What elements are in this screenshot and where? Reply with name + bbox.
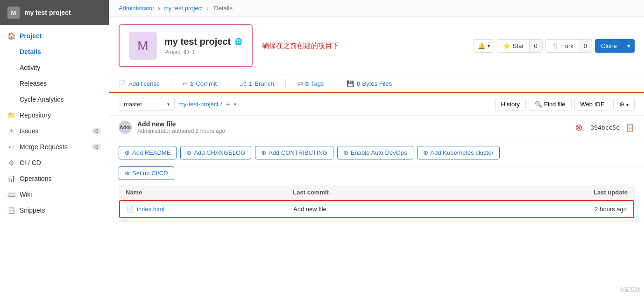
file-name-cell[interactable]: 📄 index.html [127,206,293,213]
history-button[interactable]: History [495,98,526,111]
commits-icon: ↩ [183,80,188,87]
sidebar-operations-label: Operations [20,175,51,182]
divider4 [335,79,335,88]
tags-count: 0 [305,80,309,87]
project-header: M my test project 🌐 Project ID: 1 确保在之前创… [109,17,644,75]
fork-count[interactable]: 0 [579,39,592,53]
notification-button[interactable]: 🔔 ▾ [474,39,494,53]
stats-bar: 📄 Add license ↩ 1 Commit ⎇ 1 Branch 🏷 0 … [109,75,644,93]
add-changelog-button[interactable]: ⊕ Add CHANGELOG [180,146,251,159]
file-last-update: 2 hours ago [460,206,627,213]
table-row: 📄 index.html Add new file 2 hours ago [119,200,634,218]
bytes-label: Bytes Files [362,80,392,87]
toolbar: master ▾ my-test-project / + ▾ History 🔍… [109,93,644,116]
commit-author: Administrator [137,128,170,134]
commit-avatar: Adm [119,121,132,134]
project-id: Project ID: 1 [164,49,242,55]
fork-label: Fork [561,42,573,49]
star-button[interactable]: ⭐ Star [497,39,530,53]
setup-cicd-wrap: ⊕ Set up CI/CD [109,166,644,185]
quick-actions: ⊕ Add README ⊕ Add CHANGELOG ⊕ Add CONTR… [109,139,644,166]
commits-stat[interactable]: ↩ 1 Commit [183,80,217,87]
add-file-button[interactable]: + [224,100,232,109]
add-kubernetes-label: Add Kubernetes cluster [431,149,494,156]
star-count[interactable]: 0 [529,39,543,53]
bell-chevron: ▾ [488,43,490,48]
add-contributing-label: Add CONTRIBUTING [269,149,327,156]
add-readme-label: Add README [132,149,170,156]
sidebar-issues-label: Issues [20,127,38,135]
watermark: 创新互联 [620,286,640,293]
col-last-commit: Last commit [293,189,460,196]
commit-meta: Administrator authored 2 hours ago [137,128,569,134]
setup-cicd-label: Set up CI/CD [132,170,168,177]
web-ide-button[interactable]: Web IDE [574,98,611,111]
sidebar-item-cycle-analytics[interactable]: Cycle Analytics [0,91,109,107]
path-name: my-test-project [178,101,219,108]
sidebar-item-releases[interactable]: Releases [0,76,109,91]
sidebar: M my test project 🏠 Project Details Acti… [0,0,109,297]
commit-info: Add new file Administrator authored 2 ho… [137,120,569,134]
find-file-button[interactable]: 🔍 Find file [529,98,572,111]
enable-auto-devops-button[interactable]: ⊕ Enable Auto DevOps [337,146,413,159]
clone-chevron-icon: ▾ [627,42,630,49]
divider2 [228,79,228,88]
add-license-item[interactable]: 📄 Add license [119,80,160,87]
sidebar-item-activity[interactable]: Activity [0,60,109,76]
main-content: Administrator › my test project › Detail… [109,0,644,297]
add-kubernetes-icon: ⊕ [423,149,428,156]
sidebar-avatar: M [7,7,20,19]
add-changelog-icon: ⊕ [186,149,191,156]
sidebar-item-details[interactable]: Details [0,44,109,60]
sidebar-item-merge-requests[interactable]: ↩ Merge Requests 0 [0,139,109,155]
add-readme-button[interactable]: ⊕ Add README [119,146,177,159]
branches-stat[interactable]: ⎇ 1 Branch [240,80,274,87]
enable-auto-devops-label: Enable Auto DevOps [351,149,407,156]
more-options-button[interactable]: ⊕ ▾ [613,98,635,111]
tags-label: Tags [311,80,324,87]
breadcrumb-current: Details [214,5,233,12]
divider1 [171,79,171,88]
sidebar-item-cicd[interactable]: ⚙ CI / CD [0,155,109,171]
merge-requests-icon: ↩ [7,143,15,151]
branch-select[interactable]: master ▾ [119,98,175,111]
sidebar-item-operations[interactable]: 📊 Operations [0,171,109,186]
clone-dropdown-button[interactable]: ▾ [623,39,635,53]
project-avatar: M [129,32,157,60]
file-name-text: index.html [137,206,164,213]
file-table-header: Name Last commit Last update [119,185,634,200]
breadcrumb-project[interactable]: my test project [163,5,203,12]
branch-name: master [124,101,142,108]
add-chevron-icon: ▾ [234,102,236,107]
sidebar-cycle-analytics-label: Cycle Analytics [20,96,64,103]
sidebar-details-label: Details [20,48,41,55]
operations-icon: 📊 [7,175,15,182]
tags-stat[interactable]: 🏷 0 Tags [297,80,324,87]
add-contributing-button[interactable]: ⊕ Add CONTRIBUTING [255,146,333,159]
sidebar-item-project[interactable]: 🏠 Project [0,28,109,44]
sidebar-header: M my test project [0,0,109,25]
sidebar-wiki-label: Wiki [20,191,32,198]
repository-icon: 📁 [7,111,15,119]
setup-cicd-icon: ⊕ [125,170,130,177]
add-kubernetes-button[interactable]: ⊕ Add Kubernetes cluster [417,146,500,159]
copy-icon: 📋 [625,124,635,131]
sidebar-item-repository[interactable]: 📁 Repository [0,107,109,123]
sidebar-item-issues[interactable]: ⚠ Issues 0 [0,123,109,139]
sidebar-item-snippets[interactable]: 📋 Snippets [0,202,109,218]
col-name: Name [126,189,293,196]
breadcrumb-admin[interactable]: Administrator [119,5,155,12]
merge-requests-badge: 0 [92,144,101,150]
commit-time: authored 2 hours ago [172,128,225,134]
bell-icon: 🔔 [478,42,485,49]
project-name: my test project 🌐 [164,36,242,47]
setup-cicd-button[interactable]: ⊕ Set up CI/CD [119,166,174,180]
add-readme-icon: ⊕ [125,149,130,156]
copy-hash-button[interactable]: 📋 [625,123,635,132]
commit-message: Add new file [137,120,569,128]
fork-button[interactable]: 🍴 Fork [545,39,579,53]
sidebar-item-wiki[interactable]: 📖 Wiki [0,186,109,202]
sidebar-activity-label: Activity [20,64,40,71]
header-actions: 🔔 ▾ ⭐ Star 0 🍴 Fork 0 Clone ▾ [474,39,635,53]
clone-button[interactable]: Clone [595,39,623,53]
